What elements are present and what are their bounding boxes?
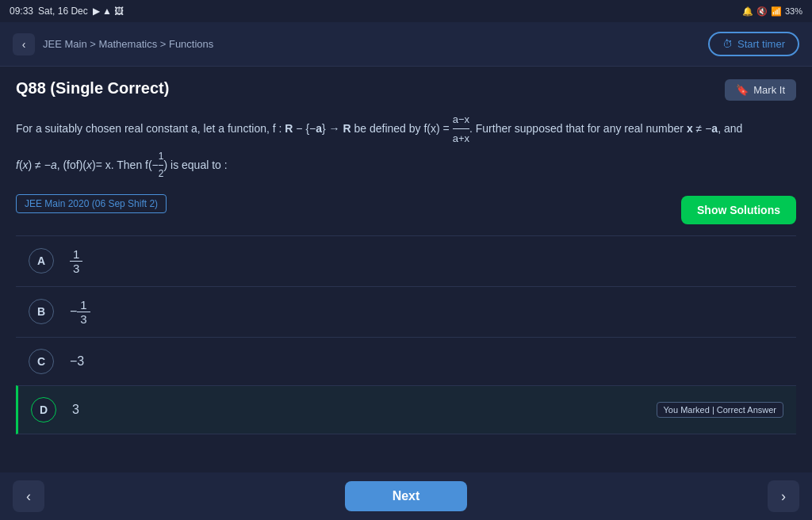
option-b[interactable]: B − 1 3: [16, 286, 796, 337]
source-tag: JEE Main 2020 (06 Sep Shift 2): [16, 194, 167, 213]
time-display: 09:33: [10, 6, 33, 17]
mark-it-button[interactable]: 🔖 Mark It: [725, 79, 796, 101]
option-b-label: B: [29, 299, 54, 324]
notification-icons: ▶ ▲ 🖼: [93, 6, 124, 17]
bookmark-icon: 🔖: [736, 84, 749, 96]
question-text: For a suitably chosen real constant a, l…: [16, 110, 796, 183]
breadcrumb: JEE Main > Mathematics > Functions: [43, 38, 213, 50]
timer-icon: ⏱: [722, 38, 733, 50]
status-bar: 09:33 Sat, 16 Dec ▶ ▲ 🖼 🔔 🔇 📶 33%: [0, 0, 812, 22]
prev-button[interactable]: ‹: [13, 480, 44, 512]
header: ‹ JEE Main > Mathematics > Functions ⏱ S…: [0, 22, 812, 67]
mark-it-label: Mark It: [753, 84, 785, 96]
option-c-text: −3: [70, 354, 84, 369]
start-timer-button[interactable]: ⏱ Start timer: [708, 32, 799, 56]
option-d-label: D: [31, 397, 56, 422]
option-a-text: 1 3: [70, 247, 82, 275]
question-title: Q88 (Single Correct): [16, 79, 169, 98]
sound-icon: 🔇: [756, 6, 768, 17]
option-b-text: − 1 3: [70, 298, 90, 326]
bottom-navigation: ‹ Next ›: [0, 472, 812, 520]
correct-answer-badge: You Marked | Correct Answer: [657, 402, 783, 418]
option-d-text: 3: [72, 403, 79, 417]
battery-level: 33%: [785, 6, 802, 16]
option-c-label: C: [29, 349, 54, 374]
option-c[interactable]: C −3: [16, 337, 796, 385]
system-status: 🔔 🔇 📶 33%: [742, 6, 802, 17]
wifi-icon: 📶: [771, 6, 782, 17]
option-a-label: A: [29, 248, 54, 273]
options-list: A 1 3 B − 1 3 C −3 D 3 You M: [16, 235, 796, 434]
start-timer-label: Start timer: [737, 38, 785, 50]
option-a[interactable]: A 1 3: [16, 235, 796, 286]
battery-icon: 🔔: [742, 6, 753, 17]
next-button[interactable]: Next: [345, 481, 468, 511]
next-arrow-button[interactable]: ›: [768, 480, 799, 512]
date-display: Sat, 16 Dec: [38, 6, 88, 17]
option-d[interactable]: D 3 You Marked | Correct Answer: [16, 385, 796, 434]
back-button[interactable]: ‹: [13, 33, 35, 55]
main-content: Q88 (Single Correct) 🔖 Mark It For a sui…: [0, 67, 812, 472]
show-solutions-button[interactable]: Show Solutions: [681, 196, 796, 224]
question-header: Q88 (Single Correct) 🔖 Mark It: [16, 79, 796, 101]
